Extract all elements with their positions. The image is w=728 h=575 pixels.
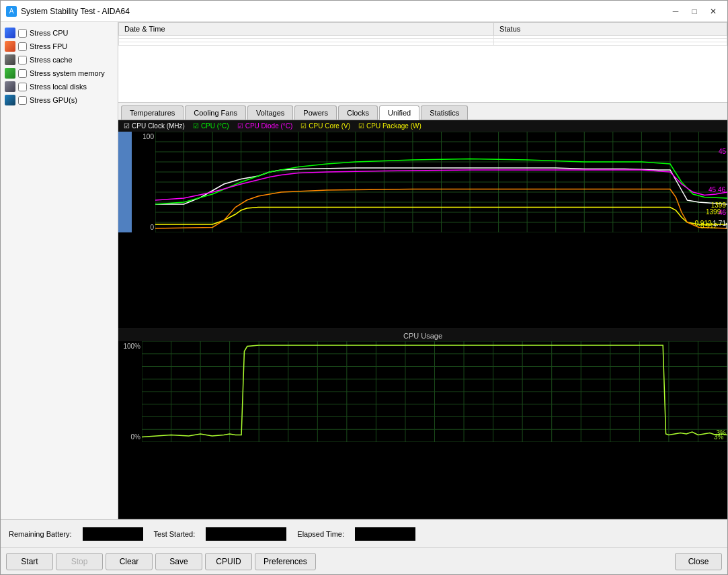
stress-options-panel: Stress CPU Stress FPU Stress cache Stres… [1, 22, 118, 519]
minimize-button[interactable]: ─ [667, 5, 684, 18]
chart1-legend: ☑ CPU Clock (MHz) ☑ CPU (°C) ☑ CPU Diode… [118, 120, 727, 132]
cpu-usage-chart: CPU Usage 100% 0% 3% [118, 329, 727, 519]
log-area: Date & Time Status [118, 22, 727, 103]
fpu-icon [5, 41, 15, 52]
y-label-top: 100 [133, 133, 154, 140]
start-button[interactable]: Start [6, 553, 53, 570]
tab-powers[interactable]: Powers [294, 105, 337, 120]
stress-disk-checkbox[interactable] [18, 83, 27, 91]
cache-icon [5, 54, 15, 65]
cpu-icon [5, 28, 15, 38]
cpu-metrics-chart: ☑ CPU Clock (MHz) ☑ CPU (°C) ☑ CPU Diode… [118, 120, 727, 329]
preferences-button[interactable]: Preferences [255, 553, 316, 570]
stress-mem-item[interactable]: Stress system memory [5, 68, 114, 79]
chart1-wrapper: 100 0 45 46 1399 [118, 132, 727, 232]
test-started-label: Test Started: [154, 530, 196, 538]
stress-cpu-item[interactable]: Stress CPU [5, 28, 114, 38]
y-label-bottom: 0 [133, 224, 154, 231]
close-button[interactable]: Close [675, 553, 722, 570]
test-started-value [206, 527, 286, 541]
tab-voltages[interactable]: Voltages [247, 105, 293, 120]
right-panel: Date & Time Status Temperatures Cooling … [118, 22, 727, 519]
save-button[interactable]: Save [155, 553, 202, 570]
chart2-inner: 3% [142, 341, 727, 442]
stress-disk-label: Stress local disks [30, 83, 87, 91]
tab-cooling-fans[interactable]: Cooling Fans [185, 105, 246, 120]
app-icon: A [6, 6, 17, 17]
chart2-title: CPU Usage [118, 329, 727, 341]
stop-button[interactable]: Stop [56, 553, 103, 570]
tab-clocks[interactable]: Clocks [338, 105, 378, 120]
title-bar: A System Stability Test - AIDA64 ─ □ ✕ [1, 1, 727, 22]
stress-gpu-label: Stress GPU(s) [30, 96, 77, 104]
stress-fpu-checkbox[interactable] [18, 42, 27, 51]
tab-unified[interactable]: Unified [379, 105, 419, 120]
chart1-y-labels: 100 0 [132, 132, 155, 232]
elapsed-value [355, 527, 415, 541]
tab-statistics[interactable]: Statistics [421, 105, 468, 120]
log-table: Date & Time Status [118, 22, 727, 46]
stress-fpu-label: Stress FPU [30, 42, 67, 50]
legend-cpu-package: ☑ CPU Package (W) [358, 122, 421, 130]
y2-label-top: 100% [120, 343, 140, 350]
chart2-y-labels: 100% 0% [118, 341, 142, 442]
charts-area: ☑ CPU Clock (MHz) ☑ CPU (°C) ☑ CPU Diode… [118, 120, 727, 519]
legend-cpu-diode: ☑ CPU Diode (°C) [237, 122, 293, 130]
log-col-status: Status [494, 23, 727, 36]
window-title: System Stability Test - AIDA64 [21, 7, 667, 16]
gpu-icon [5, 95, 15, 105]
disk-icon [5, 81, 15, 92]
legend-cpu-core: ☑ CPU Core (V) [300, 122, 350, 130]
battery-label: Remaining Battery: [9, 530, 72, 538]
stress-cache-checkbox[interactable] [18, 56, 27, 64]
window-close-button[interactable]: ✕ [704, 5, 722, 18]
tabs-bar: Temperatures Cooling Fans Voltages Power… [118, 103, 727, 120]
stress-cpu-checkbox[interactable] [18, 29, 27, 38]
chart1-indicator [118, 132, 132, 232]
mem-icon [5, 68, 15, 79]
legend-cpu-temp: ☑ CPU (°C) [193, 122, 229, 130]
stress-mem-checkbox[interactable] [18, 69, 27, 78]
stress-gpu-item[interactable]: Stress GPU(s) [5, 95, 114, 105]
stress-cpu-label: Stress CPU [30, 29, 68, 37]
tab-temperatures[interactable]: Temperatures [121, 105, 184, 120]
chart1-inner: 45 46 1399 0.912 1.71 [155, 132, 727, 232]
maximize-button[interactable]: □ [686, 5, 703, 18]
chart2-wrapper: 100% 0% 3% [118, 341, 727, 442]
legend-cpu-clock: ☑ CPU Clock (MHz) [124, 122, 185, 130]
status-bar: Remaining Battery: Test Started: Elapsed… [1, 519, 727, 547]
stress-gpu-checkbox[interactable] [18, 96, 27, 105]
clear-button[interactable]: Clear [106, 553, 153, 570]
elapsed-label: Elapsed Time: [297, 530, 344, 538]
stress-cache-label: Stress cache [30, 56, 73, 64]
chart1-canvas [155, 132, 727, 232]
bottom-bar: Start Stop Clear Save CPUID Preferences … [1, 547, 727, 574]
content-area: Stress CPU Stress FPU Stress cache Stres… [1, 22, 727, 519]
stress-mem-label: Stress system memory [30, 69, 105, 77]
battery-value [83, 527, 143, 541]
stress-cache-item[interactable]: Stress cache [5, 54, 114, 65]
stress-fpu-item[interactable]: Stress FPU [5, 41, 114, 52]
main-window: A System Stability Test - AIDA64 ─ □ ✕ S… [0, 0, 728, 575]
window-controls: ─ □ ✕ [667, 5, 722, 18]
log-row [119, 42, 727, 46]
cpuid-button[interactable]: CPUID [205, 553, 252, 570]
y2-label-bottom: 0% [120, 433, 140, 441]
chart2-canvas [142, 341, 727, 442]
stress-disk-item[interactable]: Stress local disks [5, 81, 114, 92]
log-col-datetime: Date & Time [119, 23, 494, 36]
